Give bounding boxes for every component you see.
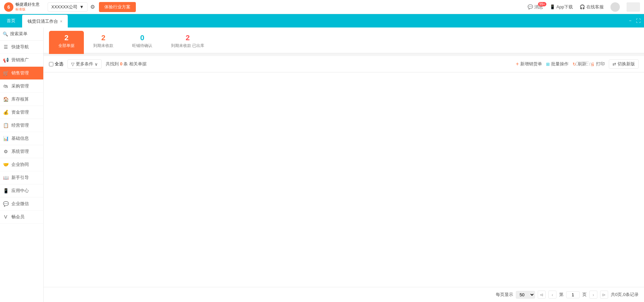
found-count: 0: [120, 61, 122, 66]
tab-home[interactable]: 首页: [0, 14, 22, 27]
pagination: 每页显示 50 100 200 ⊲ ‹ 第 页 › ⊳ 共0页,0条记录: [44, 287, 644, 302]
app-download-icon: 📱: [550, 4, 555, 9]
sidebar-icon-7: 📊: [3, 135, 9, 141]
sidebar-item-10[interactable]: 📖新手引导: [0, 171, 43, 184]
tab-active[interactable]: 钱货日清工作台 ×: [22, 15, 68, 28]
sidebar-item-9[interactable]: 🤝企业协同: [0, 158, 43, 171]
sidebar-label-13: 畅会员: [11, 214, 24, 220]
stat-tab-3[interactable]: 2到期未收款 已出库: [162, 31, 214, 53]
sidebar-icon-8: ⚙: [3, 148, 9, 155]
sidebar-label-0: 快捷导航: [11, 44, 29, 50]
sidebar-label-11: 应用中心: [11, 188, 29, 194]
logo-name: 畅捷通好生意: [15, 2, 40, 7]
message-icon: 💬: [528, 4, 533, 9]
sidebar-label-10: 新手引导: [11, 175, 29, 181]
sidebar-label-9: 企业协同: [11, 162, 29, 168]
sidebar-item-1[interactable]: 📢营销推广: [0, 54, 43, 67]
avatar[interactable]: [610, 2, 620, 12]
sidebar-icon-11: 📱: [3, 188, 9, 194]
switch-label: 切换新版: [618, 61, 635, 67]
page-input[interactable]: [566, 291, 580, 298]
per-page-label: 每页显示: [496, 292, 513, 298]
watermark-text: OfTEn: [575, 61, 592, 67]
toolbar: 全选 ▽ 更多条件 ∨ 共找到 0 条 相关单据 + 新增销货单 ⊞ 批量操作: [44, 56, 644, 72]
sidebar-item-6[interactable]: 📋经营管理: [0, 119, 43, 132]
select-all-checkbox[interactable]: 全选: [49, 61, 63, 67]
sidebar-item-3[interactable]: 🛍采购管理: [0, 80, 43, 93]
sidebar-label-3: 采购管理: [11, 83, 29, 89]
logo-sub: 标准版: [15, 7, 40, 12]
switch-btn[interactable]: ⇄ 切换新版: [609, 59, 639, 69]
logo-area: 6 畅捷通好生意 标准版: [4, 2, 48, 12]
plus-icon: +: [516, 61, 519, 67]
sidebar-item-0[interactable]: ☰快捷导航: [0, 41, 43, 54]
first-page-btn[interactable]: ⊲: [538, 291, 546, 299]
sidebar: 🔍 搜索菜单 ☰快捷导航📢营销推广🛒销售管理🛍采购管理🏠库存核算💰资金管理📋经营…: [0, 27, 44, 302]
sidebar-icon-2: 🛒: [3, 70, 9, 76]
print-label: 打印: [596, 61, 605, 67]
tab-minimize-icon[interactable]: －: [628, 18, 633, 24]
stat-tab-0[interactable]: 2全部单据: [49, 31, 84, 54]
sidebar-label-4: 库存核算: [11, 96, 29, 102]
filter-icon: ▽: [71, 62, 74, 67]
app-download-label: App下载: [556, 4, 573, 10]
found-text: 共找到 0 条 相关单据: [106, 61, 147, 67]
stats-tabs: 2全部单据2到期未收款0旺铺待确认2到期未收款 已出库: [44, 27, 644, 53]
settings-icon[interactable]: ⚙: [90, 4, 95, 10]
sidebar-item-8[interactable]: ⚙系统管理: [0, 145, 43, 158]
batch-btn[interactable]: ⊞ 批量操作: [546, 61, 569, 67]
sidebar-item-5[interactable]: 💰资金管理: [0, 106, 43, 119]
company-selector[interactable]: XXXXXX公司 ▼: [48, 2, 88, 12]
sidebar-items: ☰快捷导航📢营销推广🛒销售管理🛍采购管理🏠库存核算💰资金管理📋经营管理📊基础信息…: [0, 41, 43, 224]
sidebar-item-7[interactable]: 📊基础信息: [0, 132, 43, 145]
sidebar-label-5: 资金管理: [11, 109, 29, 115]
last-page-btn[interactable]: ⊳: [600, 291, 608, 299]
add-sales-btn[interactable]: + 新增销货单: [516, 61, 542, 67]
total-info: 共0页,0条记录: [611, 292, 639, 298]
company-name: XXXXXX公司: [51, 4, 77, 10]
filter-arrow-icon: ∨: [95, 62, 98, 67]
select-all-label: 全选: [55, 61, 63, 67]
sidebar-label-1: 营销推广: [11, 57, 29, 63]
online-service-btn[interactable]: 🎧 在线客服: [580, 4, 604, 10]
print-btn[interactable]: 🖨 打印: [590, 61, 605, 67]
per-page-select[interactable]: 50 100 200: [516, 291, 535, 299]
tab-maximize-icon[interactable]: ⛶: [636, 18, 641, 23]
sidebar-item-4[interactable]: 🏠库存核算: [0, 93, 43, 106]
sidebar-icon-10: 📖: [3, 175, 9, 181]
search-label: 搜索菜单: [10, 31, 28, 37]
message-btn[interactable]: 💬 消息 99+: [528, 4, 543, 10]
sidebar-item-12[interactable]: 💬企业微信: [0, 197, 43, 210]
table-area: [44, 72, 644, 287]
app-download-btn[interactable]: 📱 App下载: [550, 4, 573, 10]
select-all-input[interactable]: [49, 62, 53, 66]
sidebar-icon-1: 📢: [3, 57, 9, 63]
stat-tab-1[interactable]: 2到期未收款: [84, 31, 123, 53]
tab-close-icon[interactable]: ×: [60, 19, 62, 24]
logo-icon: 6: [4, 2, 13, 12]
switch-icon: ⇄: [612, 62, 616, 67]
industry-btn[interactable]: 体验行业方案: [99, 2, 136, 12]
sidebar-search[interactable]: 🔍 搜索菜单: [0, 27, 43, 41]
tab-bar-right: － ⛶: [628, 18, 644, 24]
sidebar-icon-6: 📋: [3, 122, 9, 128]
sidebar-item-13[interactable]: V畅会员: [0, 210, 43, 224]
page-label: 第: [559, 292, 564, 298]
batch-icon: ⊞: [546, 62, 550, 67]
sidebar-item-2[interactable]: 🛒销售管理: [0, 67, 43, 80]
dropdown-arrow-icon: ▼: [79, 4, 84, 9]
user-name-area[interactable]: [627, 2, 640, 12]
sidebar-item-11[interactable]: 📱应用中心: [0, 184, 43, 197]
sidebar-label-7: 基础信息: [11, 135, 29, 141]
batch-label: 批量操作: [551, 61, 569, 67]
next-page-btn[interactable]: ›: [589, 291, 597, 299]
prev-page-btn[interactable]: ‹: [548, 291, 556, 299]
sidebar-icon-5: 💰: [3, 109, 9, 115]
sidebar-icon-4: 🏠: [3, 96, 9, 102]
header-right: 💬 消息 99+ 📱 App下载 🎧 在线客服: [528, 2, 640, 12]
filter-btn[interactable]: ▽ 更多条件 ∨: [67, 59, 102, 69]
stat-tab-2[interactable]: 0旺铺待确认: [123, 31, 162, 53]
add-sales-label: 新增销货单: [520, 61, 542, 67]
tab-bar: 首页 钱货日清工作台 × － ⛶: [0, 14, 644, 27]
sidebar-label-8: 系统管理: [11, 148, 29, 155]
